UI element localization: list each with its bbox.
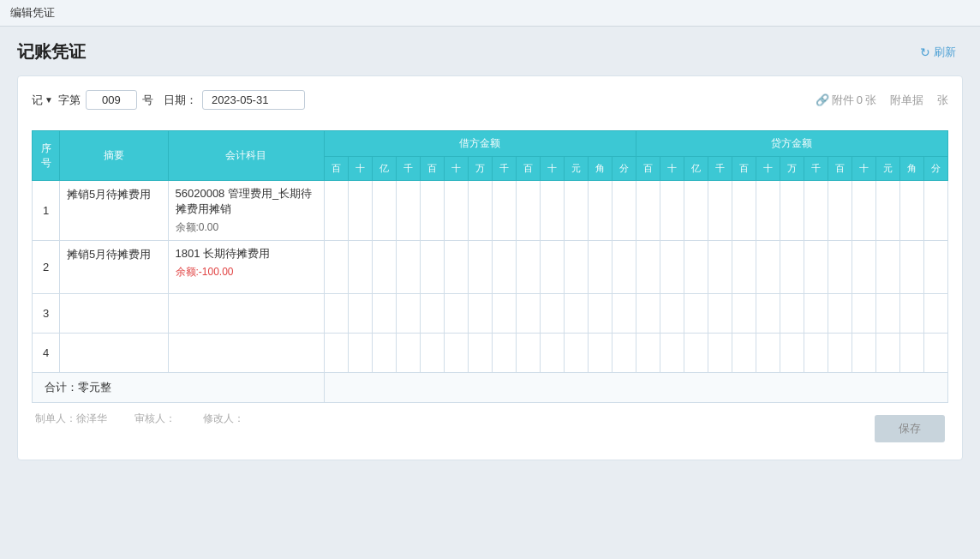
- debit-digit-cell[interactable]: [540, 294, 564, 334]
- credit-digit-cell[interactable]: [756, 334, 780, 373]
- debit-digit-cell[interactable]: [444, 294, 468, 334]
- debit-digit-cell[interactable]: [444, 334, 468, 373]
- debit-digit-cell[interactable]: [324, 334, 348, 373]
- credit-digit-cell[interactable]: [756, 181, 780, 241]
- credit-digit-cell[interactable]: [875, 294, 899, 334]
- credit-digit-cell[interactable]: [660, 241, 684, 294]
- debit-digit-cell[interactable]: [540, 241, 564, 294]
- summary-cell[interactable]: [60, 334, 168, 373]
- debit-digit-cell[interactable]: [348, 294, 372, 334]
- credit-digit-cell[interactable]: [636, 334, 660, 373]
- credit-digit-cell[interactable]: [852, 181, 875, 241]
- debit-digit-cell[interactable]: [468, 294, 492, 334]
- account-cell[interactable]: [168, 334, 324, 373]
- credit-digit-cell[interactable]: [828, 241, 852, 294]
- debit-digit-cell[interactable]: [516, 294, 540, 334]
- credit-digit-cell[interactable]: [828, 181, 852, 241]
- debit-digit-cell[interactable]: [564, 241, 588, 294]
- credit-digit-cell[interactable]: [899, 241, 923, 294]
- debit-digit-cell[interactable]: [492, 334, 516, 373]
- debit-digit-cell[interactable]: [324, 241, 348, 294]
- credit-digit-cell[interactable]: [780, 334, 804, 373]
- credit-digit-cell[interactable]: [636, 181, 660, 241]
- credit-digit-cell[interactable]: [732, 181, 756, 241]
- debit-digit-cell[interactable]: [588, 334, 612, 373]
- credit-digit-cell[interactable]: [899, 294, 923, 334]
- debit-digit-cell[interactable]: [372, 241, 396, 294]
- credit-digit-cell[interactable]: [684, 294, 708, 334]
- credit-digit-cell[interactable]: [852, 241, 875, 294]
- credit-digit-cell[interactable]: [804, 334, 828, 373]
- debit-digit-cell[interactable]: [348, 241, 372, 294]
- credit-digit-cell[interactable]: [708, 241, 732, 294]
- credit-digit-cell[interactable]: [852, 294, 875, 334]
- debit-digit-cell[interactable]: [396, 294, 420, 334]
- credit-digit-cell[interactable]: [899, 334, 923, 373]
- debit-digit-cell[interactable]: [348, 181, 372, 241]
- table-row[interactable]: 4: [33, 334, 948, 373]
- debit-digit-cell[interactable]: [420, 181, 444, 241]
- debit-digit-cell[interactable]: [588, 241, 612, 294]
- credit-digit-cell[interactable]: [899, 181, 923, 241]
- credit-digit-cell[interactable]: [923, 241, 947, 294]
- summary-cell[interactable]: 摊销5月待摊费用: [60, 241, 168, 294]
- debit-digit-cell[interactable]: [372, 181, 396, 241]
- debit-digit-cell[interactable]: [372, 294, 396, 334]
- debit-digit-cell[interactable]: [612, 294, 636, 334]
- debit-digit-cell[interactable]: [540, 334, 564, 373]
- table-row[interactable]: 1摊销5月待摊费用56020008 管理费用_长期待摊费用摊销余额:0.00: [33, 181, 948, 241]
- debit-digit-cell[interactable]: [372, 334, 396, 373]
- debit-digit-cell[interactable]: [420, 294, 444, 334]
- credit-digit-cell[interactable]: [852, 334, 875, 373]
- debit-digit-cell[interactable]: [564, 334, 588, 373]
- summary-cell[interactable]: [60, 294, 168, 334]
- debit-digit-cell[interactable]: [420, 334, 444, 373]
- credit-digit-cell[interactable]: [684, 334, 708, 373]
- debit-digit-cell[interactable]: [492, 181, 516, 241]
- debit-digit-cell[interactable]: [396, 241, 420, 294]
- credit-digit-cell[interactable]: [732, 241, 756, 294]
- account-cell[interactable]: 56020008 管理费用_长期待摊费用摊销余额:0.00: [168, 181, 324, 241]
- credit-digit-cell[interactable]: [923, 334, 947, 373]
- debit-digit-cell[interactable]: [396, 181, 420, 241]
- debit-digit-cell[interactable]: [492, 241, 516, 294]
- credit-digit-cell[interactable]: [732, 334, 756, 373]
- credit-digit-cell[interactable]: [756, 294, 780, 334]
- credit-digit-cell[interactable]: [780, 241, 804, 294]
- debit-digit-cell[interactable]: [588, 181, 612, 241]
- summary-cell[interactable]: 摊销5月待摊费用: [60, 181, 168, 241]
- debit-digit-cell[interactable]: [612, 181, 636, 241]
- attachment-link[interactable]: 🔗 附件 0 张: [816, 93, 876, 108]
- credit-digit-cell[interactable]: [875, 241, 899, 294]
- credit-digit-cell[interactable]: [684, 181, 708, 241]
- debit-digit-cell[interactable]: [516, 181, 540, 241]
- debit-digit-cell[interactable]: [468, 181, 492, 241]
- credit-digit-cell[interactable]: [780, 294, 804, 334]
- credit-digit-cell[interactable]: [828, 294, 852, 334]
- debit-digit-cell[interactable]: [612, 334, 636, 373]
- debit-digit-cell[interactable]: [348, 334, 372, 373]
- debit-digit-cell[interactable]: [444, 241, 468, 294]
- credit-digit-cell[interactable]: [708, 334, 732, 373]
- credit-digit-cell[interactable]: [780, 181, 804, 241]
- debit-digit-cell[interactable]: [564, 181, 588, 241]
- credit-digit-cell[interactable]: [923, 181, 947, 241]
- credit-digit-cell[interactable]: [804, 241, 828, 294]
- credit-digit-cell[interactable]: [636, 294, 660, 334]
- credit-digit-cell[interactable]: [684, 241, 708, 294]
- debit-digit-cell[interactable]: [324, 294, 348, 334]
- refresh-button[interactable]: ↻ 刷新: [913, 41, 963, 63]
- table-row[interactable]: 2摊销5月待摊费用1801 长期待摊费用余额:-100.00: [33, 241, 948, 294]
- debit-digit-cell[interactable]: [468, 241, 492, 294]
- debit-digit-cell[interactable]: [588, 294, 612, 334]
- credit-digit-cell[interactable]: [804, 181, 828, 241]
- credit-digit-cell[interactable]: [732, 294, 756, 334]
- credit-digit-cell[interactable]: [660, 181, 684, 241]
- date-input[interactable]: [202, 90, 305, 110]
- credit-digit-cell[interactable]: [875, 181, 899, 241]
- credit-digit-cell[interactable]: [923, 294, 947, 334]
- credit-digit-cell[interactable]: [756, 241, 780, 294]
- account-cell[interactable]: [168, 294, 324, 334]
- save-button[interactable]: 保存: [875, 415, 945, 442]
- debit-digit-cell[interactable]: [564, 294, 588, 334]
